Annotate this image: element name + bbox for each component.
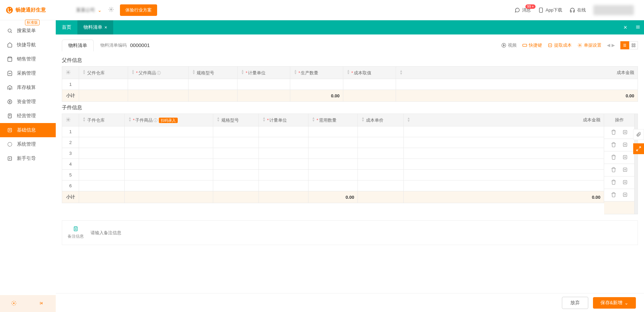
parent-col-qty[interactable]: ▲▼*生产数量 [290, 67, 343, 79]
parent-col-spec[interactable]: ▲▼规格型号 [189, 67, 238, 79]
page-sub-tab[interactable]: 物料清单 [62, 40, 94, 51]
add-row-icon[interactable] [622, 129, 628, 136]
messages-badge: 99 + [525, 4, 536, 9]
tab-home[interactable]: 首页 [56, 20, 77, 34]
footer-settings-icon[interactable] [11, 301, 17, 307]
parent-col-uom[interactable]: ▲▼*计量单位 [238, 67, 290, 79]
child-col-uom[interactable]: ▲▼*计量单位 [259, 114, 308, 126]
help-icon[interactable]: ⓘ [153, 118, 157, 123]
tab-close-all-icon[interactable]: × [619, 24, 632, 31]
add-row-icon[interactable] [622, 142, 628, 148]
chevron-down-icon: ⌄ [624, 300, 628, 306]
parent-col-warehouse[interactable]: ▲▼父件仓库 [79, 67, 128, 79]
table-row[interactable]: 1 [62, 126, 604, 137]
save-and-new-button[interactable]: 保存&新增⌄ [593, 297, 636, 309]
view-toggle [620, 41, 638, 49]
child-col-settings[interactable] [62, 114, 79, 126]
delete-row-icon[interactable] [611, 154, 616, 161]
parent-subtotal-row: 小计0.000.00 [62, 90, 638, 102]
next-icon[interactable]: ▶ [612, 43, 615, 48]
sidebar-item-sales[interactable]: 销售管理 [0, 52, 56, 66]
sidebar-item-finance[interactable]: 资金管理 [0, 95, 56, 109]
row-ops [604, 176, 634, 189]
prev-icon[interactable]: ◀ [607, 43, 610, 48]
sidebar-item-system[interactable]: 系统管理 [0, 137, 56, 151]
tab-bom[interactable]: 物料清单× [77, 20, 113, 34]
sidebar-item-operation[interactable]: 经营管理 [0, 109, 56, 123]
svg-point-36 [68, 119, 69, 120]
sidebar-item-guide[interactable]: 新手引导 [0, 151, 56, 166]
app-download-link[interactable]: App下载 [538, 7, 562, 13]
message-icon [515, 7, 520, 13]
child-col-warehouse[interactable]: ▲▼子件仓库 [79, 114, 125, 126]
download-label: App下载 [546, 7, 562, 13]
org-settings-icon[interactable] [108, 7, 114, 13]
delete-row-icon[interactable] [611, 142, 616, 148]
online-support-link[interactable]: 在线 [570, 7, 586, 13]
sidebar-item-search[interactable]: 搜索菜单 [0, 24, 56, 38]
messages-link[interactable]: 消息 99 + [515, 7, 531, 13]
video-link[interactable]: 视频 [501, 42, 517, 48]
child-col-cost-amt[interactable]: ▲▼成本金额 [403, 114, 604, 126]
delete-row-icon[interactable] [611, 129, 616, 136]
add-row-icon[interactable] [622, 179, 628, 186]
view-list-icon[interactable] [620, 41, 629, 49]
sidebar-item-quick-nav[interactable]: 快捷导航 [0, 38, 56, 52]
expand-icon[interactable] [633, 143, 644, 154]
parent-col-cost-amt[interactable]: ▲▼成本金额 [396, 67, 638, 79]
table-row[interactable]: 4 [62, 159, 604, 170]
svg-line-6 [11, 32, 12, 33]
parent-col-settings[interactable] [62, 67, 79, 79]
experience-button[interactable]: 体验行业方案 [120, 4, 157, 16]
extract-cost-link[interactable]: 提取成本 [547, 42, 572, 48]
note-icon [73, 226, 78, 232]
sidebar-item-label: 资金管理 [17, 99, 36, 105]
user-avatar[interactable] [593, 5, 634, 15]
doc-settings-link[interactable]: 单据设置 [577, 42, 601, 48]
scan-entry-tag[interactable]: 扫码录入 [159, 118, 178, 123]
parent-col-cost-pick[interactable]: ▲▼*成本取值 [343, 67, 396, 79]
remark-input[interactable] [91, 226, 632, 239]
table-row[interactable]: 5 [62, 170, 604, 181]
child-col-unit-cost[interactable]: ▲▼成本单价 [358, 114, 403, 126]
child-col-product[interactable]: ▲▼*子件商品ⓘ扫码录入 [125, 114, 213, 126]
sidebar-item-label: 快捷导航 [17, 42, 36, 48]
sidebar-item-label: 采购管理 [17, 70, 36, 76]
child-ops-column: 操作 [604, 114, 635, 214]
delete-row-icon[interactable] [611, 192, 616, 198]
svg-rect-34 [634, 46, 635, 47]
table-row[interactable]: 3 [62, 148, 604, 159]
sidebar-item-label: 系统管理 [17, 141, 36, 147]
sidebar-item-basic-info[interactable]: 基础信息 [0, 123, 56, 137]
bom-code-value: 0000001 [130, 42, 150, 48]
child-section-title: 子件信息 [62, 102, 638, 114]
attachment-icon[interactable] [633, 129, 644, 140]
row-ops [604, 189, 634, 201]
delete-row-icon[interactable] [611, 167, 616, 173]
discard-button[interactable]: 放弃 [562, 297, 588, 309]
sidebar-item-purchase[interactable]: 采购管理 [0, 66, 56, 80]
view-grid-icon[interactable] [629, 41, 638, 49]
table-row[interactable]: 1 [62, 79, 638, 90]
org-selector[interactable]: 某某公司 ⌄ [73, 6, 105, 15]
row-ops [604, 151, 634, 164]
add-row-icon[interactable] [622, 192, 628, 198]
shortcut-link[interactable]: 快捷键 [522, 42, 542, 48]
table-row[interactable]: 6 [62, 181, 604, 191]
add-row-icon[interactable] [622, 154, 628, 161]
collapse-sidebar-icon[interactable] [39, 301, 45, 307]
table-row[interactable]: 2 [62, 137, 604, 148]
parent-col-product[interactable]: ▲▼*父件商品ⓘ [128, 67, 189, 79]
help-icon[interactable]: ⓘ [157, 71, 161, 75]
child-col-qty[interactable]: ▲▼*需用数量 [308, 114, 357, 126]
child-col-spec[interactable]: ▲▼规格型号 [213, 114, 259, 126]
sidebar-item-inventory[interactable]: 库存核算 [0, 80, 56, 95]
delete-row-icon[interactable] [611, 179, 616, 186]
child-table-scrollbar[interactable] [635, 114, 638, 214]
row-ops [604, 164, 634, 176]
svg-rect-32 [634, 44, 635, 45]
tab-menu-icon[interactable] [632, 24, 644, 31]
add-row-icon[interactable] [622, 167, 628, 173]
svg-line-61 [639, 147, 641, 148]
close-icon[interactable]: × [104, 25, 107, 30]
